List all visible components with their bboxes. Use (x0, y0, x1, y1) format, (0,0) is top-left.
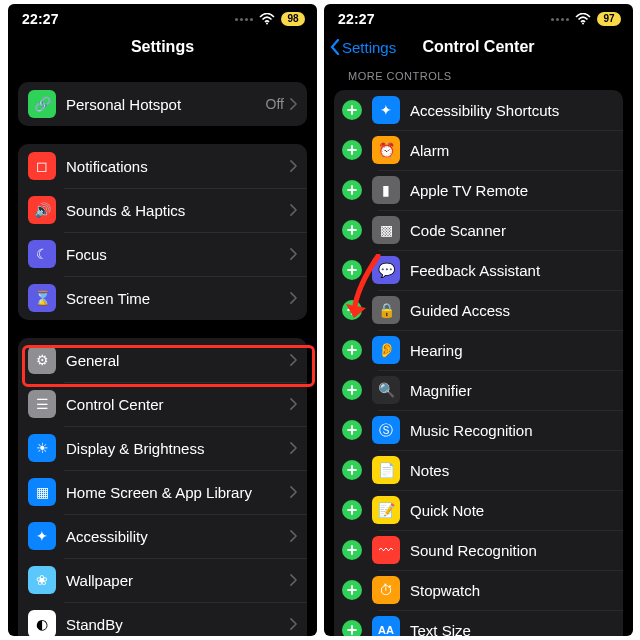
status-bar: 22:27 97 (324, 4, 633, 30)
add-button[interactable] (342, 340, 362, 360)
control-alarm: ⏰ Alarm (334, 130, 623, 170)
screenshot-settings: 22:27 98 Settings 🔗 Personal Hotspot Off… (8, 4, 317, 636)
row-display-brightness[interactable]: ☀ Display & Brightness (18, 426, 307, 470)
control-label: Guided Access (410, 302, 613, 319)
qr-icon: ▩ (372, 216, 400, 244)
control-quick-note: 📝 Quick Note (334, 490, 623, 530)
status-cell-dots (235, 18, 253, 21)
plus-icon (347, 265, 357, 275)
add-button[interactable] (342, 420, 362, 440)
plus-icon (347, 625, 357, 635)
sun-icon: ☀ (28, 434, 56, 462)
row-label: StandBy (66, 616, 290, 633)
soundrec-icon: 〰 (372, 536, 400, 564)
add-button[interactable] (342, 300, 362, 320)
plus-icon (347, 345, 357, 355)
plus-icon (347, 305, 357, 315)
flower-icon: ❀ (28, 566, 56, 594)
control-text-size: AA Text Size (334, 610, 623, 636)
control-feedback-assistant: 💬 Feedback Assistant (334, 250, 623, 290)
ear-icon: 👂 (372, 336, 400, 364)
row-label: Control Center (66, 396, 290, 413)
moon-icon: ☾ (28, 240, 56, 268)
add-button[interactable] (342, 580, 362, 600)
row-wallpaper[interactable]: ❀ Wallpaper (18, 558, 307, 602)
screenshot-control-center: 22:27 97 Settings Control Center MORE CO… (324, 4, 633, 636)
svg-point-0 (266, 23, 268, 25)
row-label: Home Screen & App Library (66, 484, 290, 501)
plus-icon (347, 225, 357, 235)
row-label: General (66, 352, 290, 369)
chevron-left-icon (330, 39, 340, 55)
add-button[interactable] (342, 540, 362, 560)
add-button[interactable] (342, 500, 362, 520)
control-label: Notes (410, 462, 613, 479)
clock-icon: ⏰ (372, 136, 400, 164)
notes-icon: 📄 (372, 456, 400, 484)
chevron-right-icon (290, 354, 297, 366)
add-button[interactable] (342, 140, 362, 160)
control-sound-recognition: 〰 Sound Recognition (334, 530, 623, 570)
control-label: Sound Recognition (410, 542, 613, 559)
control-label: Quick Note (410, 502, 613, 519)
link-icon: 🔗 (28, 90, 56, 118)
settings-group-hotspot: 🔗 Personal Hotspot Off (18, 82, 307, 126)
row-home-screen-app-library[interactable]: ▦ Home Screen & App Library (18, 470, 307, 514)
row-general[interactable]: ⚙ General (18, 338, 307, 382)
control-notes: 📄 Notes (334, 450, 623, 490)
control-apple-tv-remote: ▮ Apple TV Remote (334, 170, 623, 210)
add-button[interactable] (342, 100, 362, 120)
row-label: Personal Hotspot (66, 96, 266, 113)
plus-icon (347, 505, 357, 515)
control-label: Music Recognition (410, 422, 613, 439)
magnify-icon: 🔍 (372, 376, 400, 404)
gear-icon: ⚙ (28, 346, 56, 374)
plus-icon (347, 545, 357, 555)
nav-bar: Settings (8, 30, 317, 64)
standby-icon: ◐ (28, 610, 56, 636)
row-label: Focus (66, 246, 290, 263)
settings-group-notifications: ◻ Notifications 🔊 Sounds & Haptics ☾ Foc… (18, 144, 307, 320)
stopwatch-icon: ⏱ (372, 576, 400, 604)
chat-icon: 💬 (372, 256, 400, 284)
add-button[interactable] (342, 460, 362, 480)
control-label: Code Scanner (410, 222, 613, 239)
control-stopwatch: ⏱ Stopwatch (334, 570, 623, 610)
back-label: Settings (342, 39, 396, 56)
row-control-center[interactable]: ☰ Control Center (18, 382, 307, 426)
control-music-recognition: Ⓢ Music Recognition (334, 410, 623, 450)
add-button[interactable] (342, 180, 362, 200)
control-label: Feedback Assistant (410, 262, 613, 279)
accessibility-icon: ✦ (372, 96, 400, 124)
hourglass-icon: ⌛ (28, 284, 56, 312)
add-button[interactable] (342, 260, 362, 280)
row-label: Sounds & Haptics (66, 202, 290, 219)
row-focus[interactable]: ☾ Focus (18, 232, 307, 276)
plus-icon (347, 385, 357, 395)
add-button[interactable] (342, 380, 362, 400)
chevron-right-icon (290, 248, 297, 260)
control-label: Accessibility Shortcuts (410, 102, 613, 119)
chevron-right-icon (290, 98, 297, 110)
row-standby[interactable]: ◐ StandBy (18, 602, 307, 636)
row-personal-hotspot[interactable]: 🔗 Personal Hotspot Off (18, 82, 307, 126)
back-button[interactable]: Settings (330, 30, 396, 64)
battery-pill: 98 (281, 12, 305, 26)
section-header-more-controls: MORE CONTROLS (324, 64, 633, 82)
chevron-right-icon (290, 204, 297, 216)
row-accessibility[interactable]: ✦ Accessibility (18, 514, 307, 558)
plus-icon (347, 425, 357, 435)
control-accessibility-shortcuts: ✦ Accessibility Shortcuts (334, 90, 623, 130)
settings-group-general: ⚙ General ☰ Control Center ☀ Display & B… (18, 338, 307, 636)
quicknote-icon: 📝 (372, 496, 400, 524)
row-screen-time[interactable]: ⌛ Screen Time (18, 276, 307, 320)
add-button[interactable] (342, 220, 362, 240)
row-notifications[interactable]: ◻ Notifications (18, 144, 307, 188)
row-sounds-haptics[interactable]: 🔊 Sounds & Haptics (18, 188, 307, 232)
control-code-scanner: ▩ Code Scanner (334, 210, 623, 250)
more-controls-list: ✦ Accessibility Shortcuts ⏰ Alarm ▮ Appl… (334, 90, 623, 636)
control-label: Stopwatch (410, 582, 613, 599)
status-time: 22:27 (22, 11, 59, 27)
add-button[interactable] (342, 620, 362, 636)
control-hearing: 👂 Hearing (334, 330, 623, 370)
